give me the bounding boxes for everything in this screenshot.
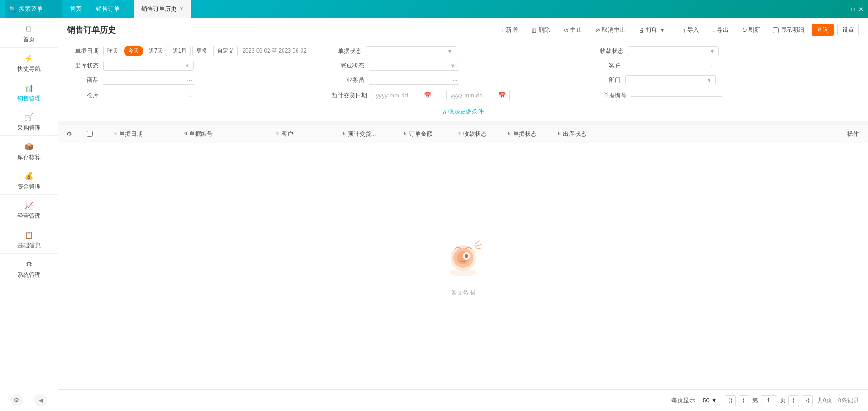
expected-date-from-input[interactable]: yyyy-mm-dd 📅 <box>372 90 435 101</box>
sidebar-item-fund-mgmt[interactable]: 💰 资金管理 <box>0 165 58 195</box>
th-delivery-date[interactable]: ⇅ 预计交货... <box>330 130 388 138</box>
sidebar-item-sys-mgmt[interactable]: ⚙ 系统管理 <box>0 254 58 283</box>
complete-status-filter-control[interactable]: ▼ <box>369 61 602 71</box>
query-button-top[interactable]: 查询 <box>812 24 834 36</box>
order-status-select[interactable]: ▼ <box>366 46 456 56</box>
date-7days-btn[interactable]: 近7天 <box>145 46 167 56</box>
settings-icon[interactable]: ⚙ <box>67 131 72 137</box>
page-number-input[interactable] <box>761 395 777 406</box>
tab-home[interactable]: 首页 <box>62 0 89 18</box>
date-1month-btn[interactable]: 近1月 <box>169 46 191 56</box>
sidebar-item-quick-nav-label: 快捷导航 <box>17 65 41 73</box>
window-minimize-icon[interactable]: — <box>842 6 848 13</box>
sidebar-item-business-mgmt[interactable]: 📈 经营管理 <box>0 195 58 224</box>
export-button[interactable]: ↓ 导出 <box>708 24 734 36</box>
th-order-no[interactable]: ⇅ 单据编号 <box>158 130 239 138</box>
expected-date-to-input[interactable]: yyyy-mm-dd 📅 <box>446 90 510 101</box>
empty-state: 暂无数据 <box>58 143 868 389</box>
order-no-filter-control[interactable] <box>631 94 859 97</box>
table-area: ⚙ ⇅ 单据日期 ⇅ 单据编号 ⇅ 客户 ⇅ <box>58 125 868 389</box>
sidebar-item-purchase-mgmt-label: 采购管理 <box>17 124 41 132</box>
date-more-btn[interactable]: 更多 <box>192 46 211 56</box>
warehouse-input[interactable]: ··· <box>103 91 194 100</box>
salesperson-filter-control[interactable]: ··· <box>369 76 602 85</box>
business-mgmt-icon: 📈 <box>24 200 34 210</box>
department-select[interactable]: ▼ <box>625 75 716 85</box>
tab-sales-order[interactable]: 销售订单 ✕ <box>89 0 134 18</box>
sidebar-settings-icon[interactable]: ⚙ <box>10 394 23 406</box>
th-date[interactable]: ⇅ 单据日期 <box>99 130 158 138</box>
date-custom-btn[interactable]: 自定义 <box>213 46 238 56</box>
first-page-button[interactable]: ⟨⟨ <box>725 395 736 406</box>
collapse-more-conditions[interactable]: ∧ 收起更多条件 <box>67 106 859 116</box>
sidebar-item-inventory-calc[interactable]: 📦 库存核算 <box>0 136 58 165</box>
window-maximize-icon[interactable]: □ <box>851 6 855 13</box>
import-icon: ↑ <box>683 27 686 34</box>
customer-input[interactable]: ··· <box>625 61 716 70</box>
import-button[interactable]: ↑ 导入 <box>678 24 704 36</box>
tab-sales-order-history[interactable]: 销售订单历史 ✕ <box>134 0 191 18</box>
select-all-checkbox[interactable] <box>87 131 93 137</box>
delete-button[interactable]: 🗑 删除 <box>526 24 555 36</box>
product-filter-control[interactable]: ··· <box>103 76 337 85</box>
page-size-select[interactable]: 50 ▼ <box>700 396 720 405</box>
next-page-icon: ⟩ <box>792 397 795 404</box>
warehouse-dots-icon[interactable]: ··· <box>187 92 192 99</box>
window-close-icon[interactable]: ✕ <box>858 6 863 13</box>
search-menu-bar[interactable]: 🔍 搜索菜单 <box>5 0 62 18</box>
th-amount[interactable]: ⇅ 订单金额 <box>388 130 447 138</box>
warehouse-filter-control[interactable]: ··· <box>103 91 331 100</box>
sort-asc-icon: ⇅ <box>114 131 117 136</box>
print-button[interactable]: 🖨 打印 ▼ <box>634 24 670 36</box>
prev-page-button[interactable]: ⟨ <box>739 395 749 406</box>
th-order-status[interactable]: ⇅ 单据状态 <box>497 130 547 138</box>
last-page-button[interactable]: ⟩⟩ <box>802 395 813 406</box>
th-receipt-status[interactable]: ⇅ 收款状态 <box>447 130 497 138</box>
show-detail-checkbox[interactable] <box>773 27 779 33</box>
sidebar-item-sales-mgmt[interactable]: 📊 销售管理 <box>0 77 58 106</box>
next-page-button[interactable]: ⟩ <box>788 395 799 406</box>
calendar-from-icon[interactable]: 📅 <box>424 92 431 99</box>
stop-button[interactable]: ⊘ 中止 <box>559 24 587 36</box>
tab-sales-order-history-close[interactable]: ✕ <box>179 6 184 12</box>
sidebar-collapse-icon[interactable]: ◀ <box>34 394 47 406</box>
delivery-status-filter-control[interactable]: ▼ <box>103 61 337 71</box>
salesperson-input[interactable]: ··· <box>369 76 459 85</box>
show-detail-checkbox-label[interactable]: 显示明细 <box>773 26 804 34</box>
customer-dots-icon[interactable]: ··· <box>709 62 714 69</box>
calendar-to-icon[interactable]: 📅 <box>499 92 506 99</box>
th-checkbox[interactable] <box>81 131 99 137</box>
sidebar-item-purchase-mgmt[interactable]: 🛒 采购管理 <box>0 106 58 136</box>
th-settings[interactable]: ⚙ <box>58 131 81 137</box>
salesperson-dots-icon[interactable]: ··· <box>452 77 457 83</box>
expected-date-from-placeholder: yyyy-mm-dd <box>376 92 408 99</box>
product-input[interactable]: ··· <box>103 76 194 85</box>
tab-sales-order-close[interactable]: ✕ <box>122 6 127 12</box>
order-no-filter-label: 单据编号 <box>599 92 631 100</box>
sidebar-item-basic-info[interactable]: 📋 基础信息 <box>0 224 58 254</box>
sort-delivery-date-icon: ⇅ <box>342 131 346 136</box>
order-status-filter-control[interactable]: ▼ <box>366 46 597 56</box>
settings-button-top[interactable]: 设置 <box>837 24 859 36</box>
department-filter-control[interactable]: ▼ <box>625 75 859 85</box>
receipt-status-filter-control[interactable]: ▼ <box>628 46 859 56</box>
refresh-button[interactable]: ↻ 刷新 <box>737 24 765 36</box>
th-customer[interactable]: ⇅ 客户 <box>239 130 330 138</box>
export-label: 导出 <box>717 26 729 34</box>
page-size-label: 每页显示 <box>671 396 695 405</box>
cancel-stop-button[interactable]: ⊘ 取消中止 <box>590 24 630 36</box>
customer-filter-control[interactable]: ··· <box>625 61 859 70</box>
th-delivery-status[interactable]: ⇅ 出库状态 <box>547 130 597 138</box>
new-button[interactable]: + 新增 <box>496 24 523 36</box>
sidebar-item-sales-mgmt-label: 销售管理 <box>17 94 41 102</box>
delivery-status-select[interactable]: ▼ <box>103 61 194 71</box>
receipt-status-select[interactable]: ▼ <box>628 46 719 56</box>
order-no-input[interactable] <box>631 94 722 97</box>
filter-row-1: 单据日期 昨天 今天 近7天 近1月 更多 自定义 2023-06-02 至 2… <box>67 46 859 56</box>
date-today-btn[interactable]: 今天 <box>124 46 143 56</box>
sidebar-item-quick-nav[interactable]: ⚡ 快捷导航 <box>0 48 58 77</box>
complete-status-select[interactable]: ▼ <box>369 61 459 71</box>
date-yesterday-btn[interactable]: 昨天 <box>103 46 122 56</box>
sidebar-item-home[interactable]: ⊞ 首页 <box>0 18 58 48</box>
product-dots-icon[interactable]: ··· <box>187 77 192 83</box>
